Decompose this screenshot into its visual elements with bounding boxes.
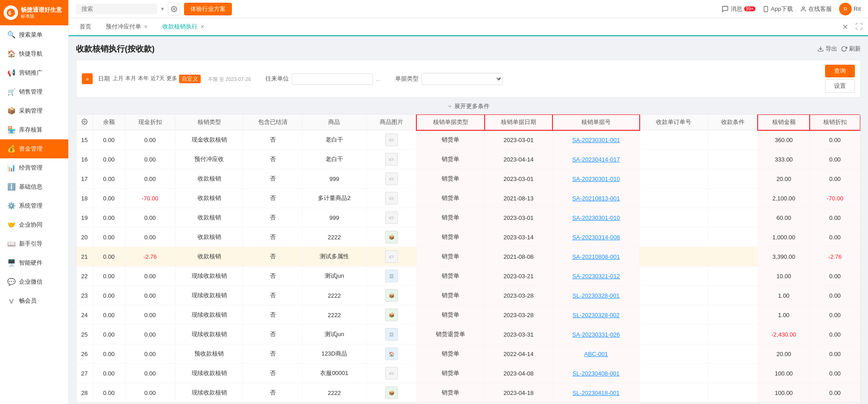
date-custom[interactable]: 自定义 — [179, 75, 201, 83]
tab-close-all-btn[interactable]: ✕ — [840, 21, 850, 33]
bill-no-link[interactable]: SA-20210813-001 — [572, 195, 620, 202]
cell-bill-type: 销货单 — [416, 286, 484, 305]
cell-id: 20 — [76, 228, 93, 247]
filter-date: 日期 上月 本月 本年 近7天 更多 自定义 — [98, 75, 201, 83]
col-goods: 商品 — [302, 114, 367, 130]
sidebar-item-operations[interactable]: 📊 经营管理 — [0, 158, 68, 177]
bill-no-link[interactable]: SA-20210808-001 — [572, 253, 620, 260]
tab-prepay[interactable]: 预付冲应付单 ✕ — [99, 18, 155, 36]
cell-bill-date: 2023-03-14 — [485, 228, 552, 247]
bill-no-link[interactable]: SA-20230414-017 — [572, 156, 620, 163]
date-more[interactable]: 更多 — [166, 75, 177, 83]
cell-type: 现续收款核销 — [175, 364, 243, 383]
cell-receipt-cond — [708, 325, 758, 344]
cell-discount: 0.00 — [810, 169, 860, 189]
cell-discount: 0.00 — [810, 266, 860, 286]
bill-no-link[interactable]: SA-20230321-012 — [572, 273, 620, 280]
cell-goods: 123D商品 — [302, 344, 367, 364]
date-last-month[interactable]: 上月 — [113, 75, 123, 83]
sidebar-item-member[interactable]: V 畅会员 — [0, 291, 68, 310]
tab-home[interactable]: 首页 — [72, 18, 99, 36]
cell-discount: 0.00 — [810, 325, 860, 344]
bill-no-link[interactable]: SL-20230418-001 — [572, 390, 619, 396]
bill-no-link[interactable]: SL-20230328-001 — [572, 292, 619, 299]
goods-thumb: 📦 — [385, 386, 398, 399]
export-btn[interactable]: 导出 — [817, 45, 837, 53]
tab-prepay-close[interactable]: ✕ — [144, 24, 148, 30]
cell-amount: 2,100.00 — [758, 189, 810, 208]
sidebar-item-sales[interactable]: 🛒 销售管理 — [0, 82, 68, 101]
cell-discount: 0.00 — [810, 208, 860, 228]
topbar-left: ▾ 体验行业方案 — [76, 3, 232, 15]
wechat-icon: 💬 — [7, 278, 15, 286]
cell-type: 现续收款核销 — [175, 305, 243, 325]
cell-receipt-no — [640, 286, 708, 305]
bill-no-link[interactable]: SA-20230301-010 — [572, 214, 620, 221]
cell-bill-no: SL-20230328-002 — [552, 305, 639, 325]
tab-expand-btn[interactable]: ⛶ — [854, 21, 864, 33]
cell-amount: 1.00 — [758, 305, 810, 325]
svg-text:6: 6 — [9, 10, 12, 16]
bill-no-link[interactable]: SL-20230408-001 — [572, 370, 619, 377]
sidebar-item-basic[interactable]: ℹ️ 基础信息 — [0, 177, 68, 196]
sidebar-item-search[interactable]: 🔍 搜索菜单 — [0, 25, 68, 44]
sidebar-item-finance[interactable]: 💰 资金管理 — [0, 139, 68, 158]
tab-writeoff-close[interactable]: ✕ — [200, 24, 204, 30]
sidebar-item-guide[interactable]: 📖 新手引导 — [0, 234, 68, 253]
message-btn[interactable]: 消息 99+ — [722, 5, 755, 13]
sidebar-item-wechat[interactable]: 💬 企业微信 — [0, 272, 68, 291]
col-settings[interactable] — [76, 114, 93, 130]
table-row: 250.000.00现续收款核销否测试jun🖼销货退货单2023-03-31SA… — [76, 325, 860, 344]
date-7days[interactable]: 近7天 — [151, 75, 165, 83]
bill-no-link[interactable]: SA-20230301-010 — [572, 176, 620, 182]
cell-goods: 2222 — [302, 383, 367, 403]
query-btn[interactable]: 查询 — [825, 65, 855, 77]
cell-bill-type: 销货单 — [416, 266, 484, 286]
cell-receipt-cond — [708, 247, 758, 266]
cell-receipt-cond — [708, 266, 758, 286]
app-download-btn[interactable]: App下载 — [763, 5, 793, 13]
dropdown-arrow[interactable]: ▾ — [161, 5, 164, 12]
search-input[interactable] — [76, 4, 157, 14]
date-this-month[interactable]: 本月 — [125, 75, 136, 83]
bill-no-link[interactable]: SA-20230301-001 — [572, 137, 620, 143]
bill-type-select[interactable] — [421, 73, 503, 85]
refresh-btn[interactable]: 刷新 — [841, 45, 861, 53]
cell-bill-type: 销货单 — [416, 228, 484, 247]
bill-no-link[interactable]: SL-20230328-002 — [572, 312, 619, 318]
sidebar-item-marketing[interactable]: 📢 营销推广 — [0, 63, 68, 82]
tab-writeoff[interactable]: 收款核销执行 ✕ — [155, 18, 212, 36]
sidebar-item-purchase[interactable]: 📦 采购管理 — [0, 101, 68, 120]
sidebar-item-collab[interactable]: 🤝 企业协同 — [0, 215, 68, 234]
bill-no-link[interactable]: ABC-001 — [584, 351, 608, 357]
page-title: 收款核销执行(按收款) — [76, 43, 155, 54]
sidebar-item-inventory[interactable]: 🏪 库存核算 — [0, 120, 68, 139]
bill-no-link[interactable]: SA-20230314-008 — [572, 234, 620, 241]
online-service-btn[interactable]: 在线客服 — [800, 5, 832, 13]
expand-more-btn[interactable]: 展开更多条件 — [447, 102, 490, 110]
sidebar-item-hardware[interactable]: 🖥️ 智能硬件 — [0, 253, 68, 272]
cell-amount: 20.00 — [758, 169, 810, 189]
cell-bill-no: SA-20210808-001 — [552, 247, 639, 266]
filter-expand-arrow[interactable]: » — [82, 73, 93, 84]
topbar: ▾ 体验行业方案 消息 99+ App下载 在线客服 R Rit — [69, 0, 868, 18]
sidebar-item-nav[interactable]: 🏠 快捷导航 — [0, 44, 68, 63]
cell-goods: 测试多属性 — [302, 247, 367, 266]
settings-btn[interactable] — [168, 3, 180, 15]
bill-no-link[interactable]: SA-20230331-026 — [572, 331, 620, 338]
cell-balance: 0.00 — [93, 383, 125, 403]
cell-id: 16 — [76, 150, 93, 169]
date-this-year[interactable]: 本年 — [138, 75, 149, 83]
goods-thumb: 🖼 — [385, 270, 398, 282]
hardware-icon: 🖥️ — [7, 259, 15, 267]
cell-cash-discount: 0.00 — [125, 228, 175, 247]
cell-balance: 0.00 — [93, 266, 125, 286]
sidebar-item-system[interactable]: ⚙️ 系统管理 — [0, 196, 68, 215]
from-unit-input[interactable] — [292, 73, 373, 85]
setting-btn[interactable]: 设置 — [825, 79, 855, 93]
user-avatar[interactable]: R Rit — [839, 3, 861, 15]
cell-bill-type: 销货单 — [416, 189, 484, 208]
industry-solution-btn[interactable]: 体验行业方案 — [184, 3, 232, 15]
goods-thumb: 📦 — [385, 231, 398, 243]
cell-id: 28 — [76, 383, 93, 403]
